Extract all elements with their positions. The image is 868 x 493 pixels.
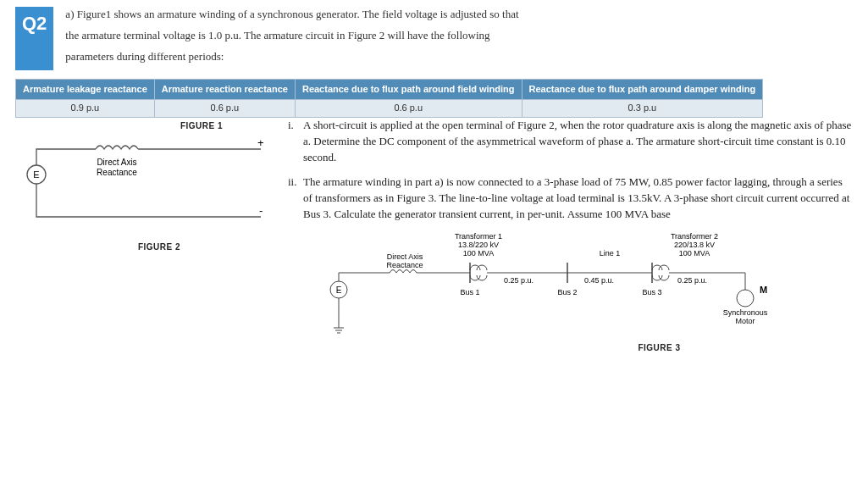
motor-l2: Motor (735, 317, 755, 325)
td-leakage: 0.9 p.u (16, 100, 155, 118)
th-damper: Reactance due to flux path around damper… (522, 79, 763, 100)
figure3-label: FIGURE 3 (466, 342, 853, 355)
t1-mva: 100 MVA (463, 249, 494, 258)
figure3-diagram: E M Direct Axis Reactance Transformer 1 … (313, 230, 853, 341)
th-reaction: Armature reaction reactance (154, 79, 295, 100)
fig3-reactance: Reactance (386, 261, 423, 269)
item-ii-number: ii. (288, 174, 303, 223)
bus1: Bus 1 (460, 288, 479, 296)
table-value-row: 0.9 p.u 0.6 p.u 0.6 p.u 0.3 p.u (16, 100, 763, 118)
parameter-table: Armature leakage reactance Armature reac… (15, 79, 763, 119)
intro-l3: parameters during different periods: (65, 49, 853, 65)
item-ii: ii. The armature winding in part a) is n… (288, 174, 853, 223)
figure2-diagram: E + - Direct Axis Reactance FIGURE 2 (15, 136, 278, 246)
table-header-row: Armature leakage reactance Armature reac… (16, 79, 763, 100)
bus3: Bus 3 (642, 288, 661, 296)
line-x: 0.45 p.u. (584, 276, 614, 285)
th-leakage: Armature leakage reactance (16, 79, 155, 100)
t1-v: 13.8/220 kV (458, 241, 499, 249)
item-i-text: A short-circuit is applied at the open t… (303, 118, 853, 166)
td-reaction: 0.6 p.u (154, 100, 295, 118)
th-field: Reactance due to flux path around field … (295, 79, 522, 100)
t2-v: 220/13.8 kV (674, 241, 715, 249)
fig3-direct-axis: Direct Axis (387, 252, 423, 261)
intro-l2: the armature terminal voltage is 1.0 p.u… (65, 28, 853, 44)
figure1-label: FIGURE 1 (125, 120, 278, 133)
fig3-M: M (760, 285, 767, 295)
td-field: 0.6 p.u (295, 100, 522, 118)
t2-x: 0.25 p.u. (677, 276, 707, 285)
item-i: i. A short-circuit is applied at the ope… (288, 118, 853, 166)
t1-title: Transformer 1 (455, 232, 502, 241)
motor-l1: Synchronous (723, 308, 768, 317)
t2-title: Transformer 2 (671, 232, 718, 241)
t2-mva: 100 MVA (679, 249, 710, 258)
direct-axis-label: Direct Axis (97, 158, 136, 167)
intro-text: a) Figure1 shows an armature winding of … (65, 7, 853, 70)
line1: Line 1 (600, 249, 621, 258)
reactance-label: Reactance (97, 168, 137, 177)
intro-l1: a) Figure1 shows an armature winding of … (65, 7, 853, 23)
question-number-badge: Q2 (15, 7, 53, 70)
td-damper: 0.3 p.u (522, 100, 763, 118)
bus2: Bus 2 (557, 288, 577, 296)
t1-x: 0.25 p.u. (504, 276, 534, 285)
source-E-label: E (33, 169, 39, 180)
minus-terminal: - (259, 204, 263, 217)
item-ii-text: The armature winding in part a) is now c… (303, 174, 853, 223)
fig3-E: E (336, 285, 342, 295)
question-items: i. A short-circuit is applied at the ope… (288, 118, 853, 222)
plus-terminal: + (257, 136, 264, 149)
svg-point-9 (737, 290, 754, 307)
item-i-number: i. (288, 118, 303, 166)
